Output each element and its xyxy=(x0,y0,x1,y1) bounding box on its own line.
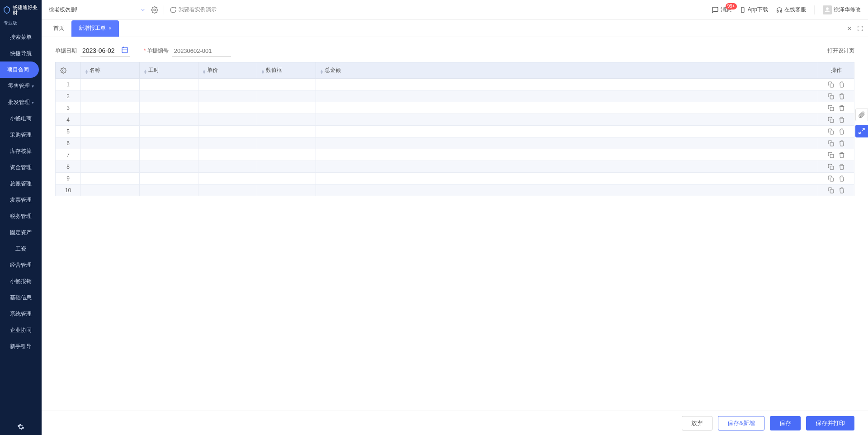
cell-numbox[interactable] xyxy=(257,149,316,161)
delete-row-icon[interactable] xyxy=(839,117,845,123)
sidebar-item-1[interactable]: 快捷导航 xyxy=(0,45,42,61)
sidebar-item-10[interactable]: 发票管理 xyxy=(0,192,42,208)
cell-numbox[interactable] xyxy=(257,161,316,173)
sidebar-item-13[interactable]: 工资 xyxy=(0,241,42,257)
cell-numbox[interactable] xyxy=(257,126,316,137)
sidebar-item-0[interactable]: 搜索菜单 xyxy=(0,29,42,45)
save-print-button[interactable]: 保存并打印 xyxy=(806,416,854,430)
user-menu[interactable]: 徐泽华修改 xyxy=(823,5,861,14)
delete-row-icon[interactable] xyxy=(839,187,845,194)
sidebar-item-11[interactable]: 税务管理 xyxy=(0,208,42,224)
cell-price[interactable] xyxy=(198,79,257,90)
copy-row-icon[interactable] xyxy=(828,175,834,182)
save-button[interactable]: 保存 xyxy=(770,416,801,430)
cell-total[interactable] xyxy=(316,184,818,196)
sidebar-item-9[interactable]: 总账管理 xyxy=(0,175,42,192)
col-total[interactable]: ▴▾总金额 xyxy=(316,62,818,79)
cell-price[interactable] xyxy=(198,137,257,149)
online-service-button[interactable]: 在线客服 xyxy=(776,6,806,14)
cell-name[interactable] xyxy=(81,102,140,114)
cell-name[interactable] xyxy=(81,184,140,196)
sidebar-item-12[interactable]: 固定资产 xyxy=(0,224,42,241)
sidebar-item-6[interactable]: 采购管理 xyxy=(0,127,42,143)
cell-numbox[interactable] xyxy=(257,184,316,196)
calendar-icon[interactable] xyxy=(121,46,128,53)
cell-name[interactable] xyxy=(81,90,140,102)
col-hours[interactable]: ▴▾工时 xyxy=(140,62,198,79)
cell-name[interactable] xyxy=(81,149,140,161)
copy-row-icon[interactable] xyxy=(828,187,834,194)
cell-numbox[interactable] xyxy=(257,102,316,114)
chevron-down-icon[interactable] xyxy=(140,7,146,13)
demo-link[interactable]: 我要看实例演示 xyxy=(170,6,217,14)
delete-row-icon[interactable] xyxy=(839,152,845,158)
cell-numbox[interactable] xyxy=(257,79,316,90)
col-price[interactable]: ▴▾单价 xyxy=(198,62,257,79)
cell-price[interactable] xyxy=(198,161,257,173)
cell-total[interactable] xyxy=(316,149,818,161)
copy-row-icon[interactable] xyxy=(828,81,834,88)
cell-hours[interactable] xyxy=(140,173,198,184)
cell-price[interactable] xyxy=(198,102,257,114)
tab-new-report[interactable]: 新增报工单 × xyxy=(71,20,119,37)
cell-price[interactable] xyxy=(198,173,257,184)
delete-row-icon[interactable] xyxy=(839,81,845,88)
sidebar-settings[interactable] xyxy=(0,419,42,435)
discard-button[interactable]: 放弃 xyxy=(682,416,712,430)
copy-row-icon[interactable] xyxy=(828,128,834,135)
open-design-link[interactable]: 打开设计页 xyxy=(827,47,854,55)
copy-row-icon[interactable] xyxy=(828,152,834,158)
sidebar-item-8[interactable]: 资金管理 xyxy=(0,159,42,175)
tabs-close-all-icon[interactable] xyxy=(846,25,853,32)
sidebar-item-18[interactable]: 企业协同 xyxy=(0,322,42,338)
cell-name[interactable] xyxy=(81,161,140,173)
cell-total[interactable] xyxy=(316,126,818,137)
settings-icon[interactable] xyxy=(151,6,158,14)
cell-hours[interactable] xyxy=(140,114,198,126)
messages-button[interactable]: 消息 99+ xyxy=(712,6,731,14)
cell-total[interactable] xyxy=(316,161,818,173)
attachment-icon[interactable] xyxy=(855,109,868,121)
cell-total[interactable] xyxy=(316,114,818,126)
cell-numbox[interactable] xyxy=(257,114,316,126)
org-selector[interactable]: 徐老板勿删! xyxy=(49,6,135,14)
cell-hours[interactable] xyxy=(140,137,198,149)
copy-row-icon[interactable] xyxy=(828,117,834,123)
cell-total[interactable] xyxy=(316,79,818,90)
sidebar-item-14[interactable]: 经营管理 xyxy=(0,257,42,273)
cell-name[interactable] xyxy=(81,79,140,90)
cell-hours[interactable] xyxy=(140,79,198,90)
sidebar-item-2[interactable]: 项目合同 xyxy=(0,61,39,78)
cell-total[interactable] xyxy=(316,137,818,149)
delete-row-icon[interactable] xyxy=(839,140,845,147)
delete-row-icon[interactable] xyxy=(839,105,845,111)
copy-row-icon[interactable] xyxy=(828,93,834,99)
cell-total[interactable] xyxy=(316,90,818,102)
cell-price[interactable] xyxy=(198,184,257,196)
save-new-button[interactable]: 保存&新增 xyxy=(718,416,764,430)
cell-name[interactable] xyxy=(81,173,140,184)
tab-home[interactable]: 首页 xyxy=(46,20,71,37)
delete-row-icon[interactable] xyxy=(839,93,845,99)
cell-hours[interactable] xyxy=(140,184,198,196)
sidebar-item-17[interactable]: 系统管理 xyxy=(0,306,42,322)
sidebar-item-19[interactable]: 新手引导 xyxy=(0,338,42,355)
app-download-button[interactable]: App下载 xyxy=(740,6,768,14)
delete-row-icon[interactable] xyxy=(839,164,845,170)
col-settings[interactable] xyxy=(56,62,81,79)
cell-name[interactable] xyxy=(81,137,140,149)
delete-row-icon[interactable] xyxy=(839,128,845,135)
cell-total[interactable] xyxy=(316,102,818,114)
copy-row-icon[interactable] xyxy=(828,164,834,170)
cell-price[interactable] xyxy=(198,90,257,102)
cell-name[interactable] xyxy=(81,114,140,126)
cell-price[interactable] xyxy=(198,149,257,161)
sidebar-item-5[interactable]: 小畅电商 xyxy=(0,110,42,127)
sidebar-item-15[interactable]: 小畅报销 xyxy=(0,273,42,289)
copy-row-icon[interactable] xyxy=(828,140,834,147)
copy-row-icon[interactable] xyxy=(828,105,834,111)
cell-hours[interactable] xyxy=(140,102,198,114)
col-name[interactable]: ▴▾名称 xyxy=(81,62,140,79)
expand-icon[interactable] xyxy=(855,125,868,137)
col-numbox[interactable]: ▴▾数值框 xyxy=(257,62,316,79)
